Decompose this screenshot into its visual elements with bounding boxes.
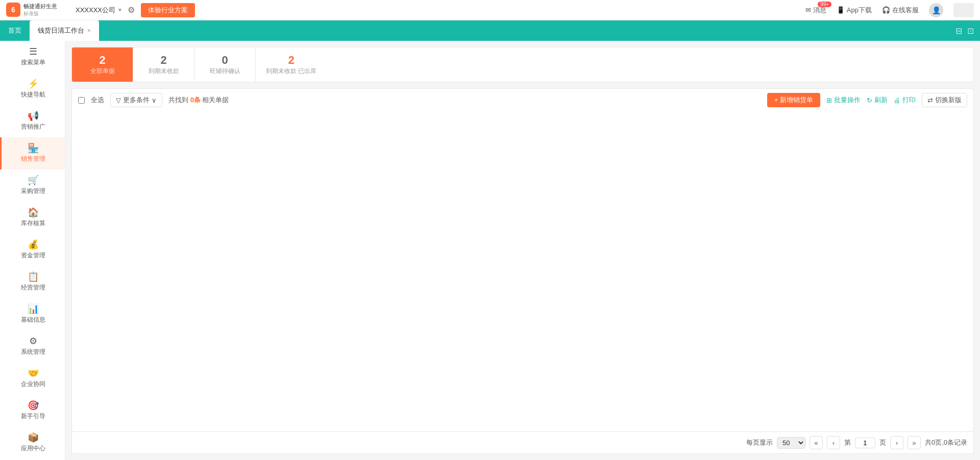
stat-tab-pending[interactable]: 0 旺辅待确认 bbox=[194, 47, 256, 82]
sidebar-item-quick-nav[interactable]: ⚡ 快捷导航 bbox=[0, 73, 65, 105]
table-wrapper bbox=[71, 111, 974, 432]
print-icon: 🖨 bbox=[894, 96, 900, 104]
sidebar-item-marketing[interactable]: 📢 营销推广 bbox=[0, 105, 65, 137]
refresh-button[interactable]: ↻ 刷新 bbox=[867, 95, 888, 105]
tab-maximize-icon[interactable]: ⊡ bbox=[967, 26, 974, 36]
switch-icon: ⇄ bbox=[927, 96, 933, 104]
online-service-icon: 🎧 bbox=[882, 6, 890, 14]
filter-btn-label: 更多条件 bbox=[123, 95, 150, 105]
found-prefix: 共找到 bbox=[168, 96, 188, 104]
stat-tab-overdue[interactable]: 2 到期未收款 bbox=[133, 47, 194, 82]
sidebar-item-guide[interactable]: 🎯 新手引导 bbox=[0, 395, 65, 427]
sidebar-label-app-center: 应用中心 bbox=[21, 444, 45, 453]
sidebar-item-search-menu[interactable]: ☰ 搜索菜单 bbox=[0, 41, 65, 73]
app-download-label: App下载 bbox=[847, 6, 872, 15]
sidebar-label-inventory: 库存核算 bbox=[21, 219, 45, 228]
sidebar-item-app-center[interactable]: 📦 应用中心 bbox=[0, 427, 65, 459]
logo-title: 畅捷通好生意 bbox=[23, 3, 57, 10]
sidebar-label-basic-info: 基础信息 bbox=[21, 316, 45, 324]
sidebar-item-basic-info[interactable]: 📊 基础信息 bbox=[0, 298, 65, 330]
quick-nav-icon: ⚡ bbox=[28, 79, 39, 88]
found-suffix: 相关单据 bbox=[202, 96, 229, 104]
switch-version-button[interactable]: ⇄ 切换新版 bbox=[922, 93, 967, 107]
batch-operation-button[interactable]: ⊞ 批量操作 bbox=[826, 95, 861, 105]
app-download-icon: 📱 bbox=[837, 6, 845, 14]
sidebar-item-purchase[interactable]: 🛒 采购管理 bbox=[0, 170, 65, 202]
system-icon: ⚙ bbox=[29, 336, 37, 346]
batch-label: 批量操作 bbox=[834, 95, 861, 105]
cooperation-icon: 🤝 bbox=[28, 369, 39, 378]
add-sales-order-button[interactable]: + 新增销货单 bbox=[767, 93, 820, 107]
stat-number-shipped: 2 bbox=[266, 54, 316, 67]
user-name-display bbox=[953, 3, 974, 17]
stat-tab-all[interactable]: 2 全部单据 bbox=[72, 47, 133, 82]
first-page-button[interactable]: « bbox=[810, 436, 823, 449]
company-dropdown-arrow: ▼ bbox=[117, 7, 122, 13]
sidebar-label-finance: 资金管理 bbox=[21, 251, 45, 260]
sidebar: ☰ 搜索菜单 ⚡ 快捷导航 📢 营销推广 🏪 销售管理 🛒 采购管理 🏠 库存核… bbox=[0, 41, 65, 460]
trial-button[interactable]: 体验行业方案 bbox=[141, 3, 195, 17]
sidebar-label-sales: 销售管理 bbox=[21, 155, 45, 163]
print-button[interactable]: 🖨 打印 bbox=[894, 95, 916, 105]
page-number-input[interactable] bbox=[855, 438, 875, 448]
sidebar-label-search-menu: 搜索菜单 bbox=[21, 58, 45, 67]
app-download-button[interactable]: 📱 App下载 bbox=[837, 6, 872, 15]
found-text: 共找到 0条 相关单据 bbox=[168, 95, 229, 105]
tab-bar: 首页 钱货日清工作台 × ⊟ ⊡ bbox=[0, 20, 980, 41]
tab-minimize-icon[interactable]: ⊟ bbox=[955, 26, 962, 36]
sidebar-item-cooperation[interactable]: 🤝 企业协同 bbox=[0, 362, 65, 395]
online-service-button[interactable]: 🎧 在线客服 bbox=[882, 6, 919, 15]
sidebar-item-finance[interactable]: 💰 资金管理 bbox=[0, 234, 65, 266]
avatar[interactable]: 👤 bbox=[929, 3, 943, 17]
stat-tab-shipped[interactable]: 2 到期未收款 已出库 bbox=[256, 47, 327, 82]
app-center-icon: 📦 bbox=[28, 433, 39, 442]
pagination: 每页显示 50 100 200 « ‹ 第 页 › » 共0页,0条记录 bbox=[71, 431, 974, 454]
sidebar-label-quick-nav: 快捷导航 bbox=[21, 90, 45, 99]
stat-label-shipped: 到期未收款 已出库 bbox=[266, 67, 316, 76]
settings-icon[interactable]: ⚙ bbox=[128, 5, 135, 15]
select-all-label: 全选 bbox=[91, 95, 104, 105]
guide-icon: 🎯 bbox=[28, 401, 39, 410]
next-page-button[interactable]: › bbox=[890, 436, 903, 449]
search-menu-icon: ☰ bbox=[29, 47, 37, 56]
sidebar-label-purchase: 采购管理 bbox=[21, 187, 45, 196]
stat-label-pending: 旺辅待确认 bbox=[205, 67, 245, 76]
filter-dropdown-icon: ∨ bbox=[152, 96, 157, 104]
sidebar-label-system: 系统管理 bbox=[21, 348, 45, 356]
sidebar-label-cooperation: 企业协同 bbox=[21, 380, 45, 389]
message-button[interactable]: ✉ 消息 99+ bbox=[805, 6, 826, 15]
filter-button[interactable]: ▽ 更多条件 ∨ bbox=[110, 93, 162, 107]
purchase-icon: 🛒 bbox=[28, 176, 39, 185]
found-count: 0条 bbox=[190, 96, 201, 104]
company-name: XXXXXX公司 bbox=[76, 6, 115, 15]
tab-home-label: 首页 bbox=[8, 26, 21, 35]
sidebar-item-operations[interactable]: 📋 经营管理 bbox=[0, 266, 65, 298]
sidebar-item-sales[interactable]: 🏪 销售管理 bbox=[0, 137, 65, 170]
sidebar-item-system[interactable]: ⚙ 系统管理 bbox=[0, 330, 65, 362]
refresh-icon: ↻ bbox=[867, 96, 872, 104]
logo-area: 6 畅捷通好生意 标准版 bbox=[6, 3, 71, 17]
inventory-icon: 🏠 bbox=[28, 208, 39, 217]
content-area: 2 全部单据 2 到期未收款 0 旺辅待确认 2 到期未收款 已出库 全选 bbox=[65, 41, 980, 460]
stat-number-all: 2 bbox=[82, 54, 122, 67]
sidebar-item-inventory[interactable]: 🏠 库存核算 bbox=[0, 202, 65, 234]
company-selector[interactable]: XXXXXX公司 ▼ bbox=[76, 6, 122, 15]
tab-workbench[interactable]: 钱货日清工作台 × bbox=[30, 20, 99, 41]
tab-home[interactable]: 首页 bbox=[0, 20, 30, 41]
filter-icon: ▽ bbox=[116, 96, 121, 104]
stats-tabs: 2 全部单据 2 到期未收款 0 旺辅待确认 2 到期未收款 已出库 bbox=[71, 47, 974, 82]
message-badge: 99+ bbox=[818, 2, 831, 7]
toolbar-right: + 新增销货单 ⊞ 批量操作 ↻ 刷新 🖨 打印 ⇄ 切换新版 bbox=[767, 93, 967, 107]
last-page-button[interactable]: » bbox=[908, 436, 921, 449]
logo-sub: 标准版 bbox=[23, 10, 57, 17]
page-size-select[interactable]: 50 100 200 bbox=[777, 437, 805, 449]
tab-close-icon[interactable]: × bbox=[87, 27, 91, 34]
stat-number-pending: 0 bbox=[205, 54, 245, 67]
toolbar-left: 全选 ▽ 更多条件 ∨ 共找到 0条 相关单据 bbox=[78, 93, 761, 107]
switch-label: 切换新版 bbox=[935, 95, 962, 105]
sidebar-label-guide: 新手引导 bbox=[21, 412, 45, 421]
select-all-checkbox[interactable] bbox=[78, 97, 85, 104]
prev-page-button[interactable]: ‹ bbox=[827, 436, 840, 449]
main-layout: ☰ 搜索菜单 ⚡ 快捷导航 📢 营销推广 🏪 销售管理 🛒 采购管理 🏠 库存核… bbox=[0, 41, 980, 460]
marketing-icon: 📢 bbox=[28, 111, 39, 120]
